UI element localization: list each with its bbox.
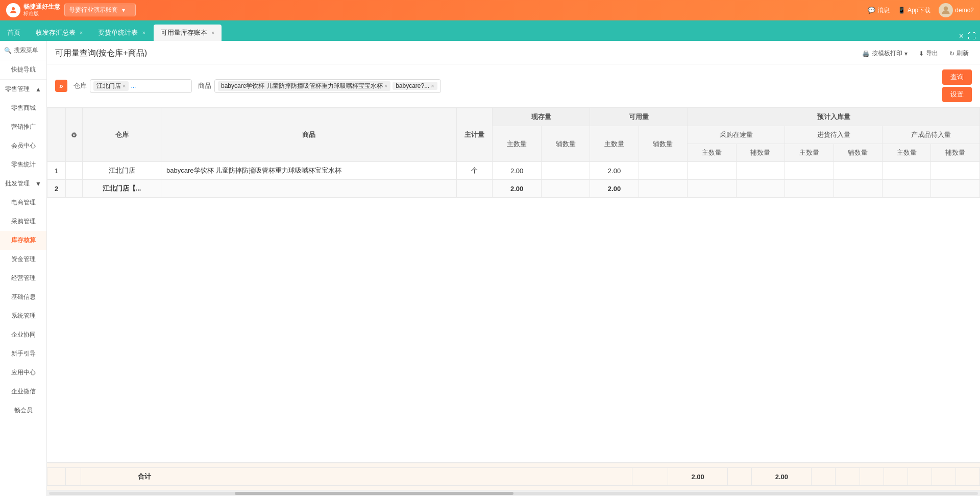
cell-prod-aux-2: [931, 180, 980, 198]
th-planned-inbound: 预计入库量: [688, 108, 980, 126]
th-main-unit: 主计量: [457, 108, 493, 162]
horizontal-scrollbar[interactable]: [47, 490, 980, 496]
th-available: 可用量: [590, 108, 688, 126]
cell-rownum-1: 1: [47, 162, 66, 180]
th-inbound-aux: 辅数量: [834, 144, 882, 162]
close-tab-order[interactable]: ×: [142, 30, 145, 36]
sidebar-item-inventory[interactable]: 库存核算: [0, 231, 46, 250]
close-all-tabs[interactable]: ×: [959, 32, 964, 41]
export-btn[interactable]: ⬇ 导出: [916, 47, 941, 60]
sidebar-item-system[interactable]: 系统管理: [0, 306, 46, 325]
user-avatar-btn[interactable]: demo2: [939, 3, 974, 17]
sidebar-item-appcenter[interactable]: 应用中心: [0, 363, 46, 382]
th-warehouse: 仓库: [83, 108, 161, 162]
cell-prod-main-1: [882, 162, 930, 180]
sidebar: 🔍 搜索菜单 快捷导航 零售管理 ▲ 零售商城 营销推广 会员中心 零售统计 批…: [0, 41, 47, 496]
cell-product-1: babycare学饮杯 儿童防摔防撞吸管杯重力球吸嘴杯宝宝水杯: [161, 162, 457, 180]
sidebar-item-member[interactable]: 会员中心: [0, 136, 46, 155]
th-current-stock: 现存量: [493, 108, 590, 126]
cell-unit-1: 个: [457, 162, 493, 180]
close-tab-receive[interactable]: ×: [80, 30, 83, 36]
sidebar-item-vip[interactable]: 畅会员: [0, 401, 46, 420]
sidebar-item-zero-sales[interactable]: 零售管理 ▲: [0, 80, 46, 99]
th-product-pending: 产成品待入量: [882, 126, 979, 144]
product-tag-2: babycare?... ×: [393, 82, 437, 90]
product-filter-input[interactable]: babycare学饮杯 儿童防摔防撞吸管杯重力球吸嘴杯宝宝水杯 × babyca…: [214, 79, 441, 93]
footer-avail-main: 2.00: [752, 468, 812, 486]
table-row-subtotal: 2 江北门店【... 2.00 2.00: [47, 180, 980, 198]
sidebar-item-wechat[interactable]: 企业微信: [0, 382, 46, 401]
settings-btn[interactable]: 设置: [942, 87, 972, 102]
tab-receive[interactable]: 收发存汇总表 ×: [29, 25, 90, 41]
cell-avail-aux-1: [639, 162, 687, 180]
product-tag-2-close[interactable]: ×: [431, 83, 434, 89]
th-product: 商品: [161, 108, 457, 162]
print-btn[interactable]: 🖨️ 按模板打印 ▾: [859, 47, 911, 60]
cell-stock-aux-1: [541, 162, 590, 180]
footer-label: 合计: [81, 468, 208, 486]
cell-rownum-2: 2: [47, 180, 66, 198]
expand-tabs[interactable]: ⛶: [968, 32, 976, 41]
th-settings[interactable]: ⚙: [66, 108, 83, 162]
refresh-btn[interactable]: ↻ 刷新: [946, 47, 972, 60]
tenant-selector[interactable]: 母婴行业演示账套 ▾: [64, 4, 136, 16]
avatar: [939, 3, 953, 17]
content-area: 可用量查询(按仓库+商品) 🖨️ 按模板打印 ▾ ⬇ 导出 ↻ 刷新: [47, 41, 980, 496]
product-tag-1: babycare学饮杯 儿童防摔防撞吸管杯重力球吸嘴杯宝宝水杯 ×: [218, 81, 390, 91]
th-available-main-qty: 主数量: [590, 126, 639, 162]
export-icon: ⬇: [919, 50, 924, 57]
message-btn[interactable]: 💬 消息: [868, 6, 890, 15]
filter-expand-btn[interactable]: »: [55, 80, 67, 92]
sidebar-quick-nav[interactable]: 快捷导航: [0, 60, 46, 80]
svg-point-1: [944, 7, 948, 11]
sidebar-item-purchase[interactable]: 采购管理: [0, 212, 46, 231]
nav-tabs: 首页 收发存汇总表 × 要货单统计表 × 可用量库存账本 × × ⛶: [0, 20, 980, 41]
sidebar-item-ecom[interactable]: 电商管理: [0, 193, 46, 212]
sidebar-item-zero-stats[interactable]: 零售统计: [0, 155, 46, 174]
cell-stock-aux-2: [541, 180, 590, 198]
tab-order[interactable]: 要货单统计表 ×: [91, 25, 152, 41]
sidebar-item-newbie[interactable]: 新手引导: [0, 344, 46, 363]
cell-inb-aux-2: [834, 180, 882, 198]
th-product-aux: 辅数量: [931, 144, 980, 162]
warehouse-filter-input[interactable]: 江北门店 × ...: [90, 79, 192, 93]
product-tag-1-close[interactable]: ×: [384, 83, 387, 89]
print-dropdown-icon: ▾: [904, 50, 908, 57]
table-footer: 合计 2.00 2.00: [47, 462, 980, 490]
scrollbar-thumb[interactable]: [235, 492, 513, 495]
th-purchase-aux: 辅数量: [736, 144, 785, 162]
cell-prod-aux-1: [931, 162, 980, 180]
cell-warehouse-2: 江北门店【...: [83, 180, 161, 198]
sidebar-item-ops[interactable]: 经营管理: [0, 269, 46, 288]
footer-stock-main: 2.00: [668, 468, 728, 486]
th-purchase-main: 主数量: [688, 144, 736, 162]
cell-pur-aux-2: [736, 180, 785, 198]
sidebar-item-marketing[interactable]: 营销推广: [0, 117, 46, 136]
sidebar-item-wholesale[interactable]: 批发管理 ▼: [0, 174, 46, 193]
sidebar-search[interactable]: 🔍 搜索菜单: [0, 41, 46, 60]
product-filter-group: 商品 babycare学饮杯 儿童防摔防撞吸管杯重力球吸嘴杯宝宝水杯 × bab…: [198, 79, 441, 93]
th-stock-main-qty: 主数量: [493, 126, 541, 162]
warehouse-tag-close[interactable]: ×: [122, 83, 126, 89]
sidebar-item-finance[interactable]: 资金管理: [0, 250, 46, 269]
sidebar-item-enterprise[interactable]: 企业协同: [0, 325, 46, 344]
cell-stock-main-2: 2.00: [493, 180, 541, 198]
nav-tabs-right: × ⛶: [959, 32, 980, 41]
data-table: ⚙ 仓库 商品 主计量 现存量 可用量 预计入库量 主数量 辅数量 主数量 辅数…: [47, 108, 980, 198]
app-download-btn[interactable]: 📱 App下载: [898, 6, 930, 15]
cell-avail-main-1: 2.00: [590, 162, 639, 180]
tab-available[interactable]: 可用量库存账本 ×: [154, 25, 222, 41]
close-tab-available[interactable]: ×: [211, 30, 214, 36]
sidebar-item-base[interactable]: 基础信息: [0, 288, 46, 306]
query-btn[interactable]: 查询: [942, 69, 972, 85]
sidebar-item-zero-mall[interactable]: 零售商城: [0, 99, 46, 117]
th-stock-aux-qty: 辅数量: [541, 126, 590, 162]
settings-gear-icon: ⚙: [71, 131, 77, 139]
cell-prod-main-2: [882, 180, 930, 198]
cell-inb-main-1: [785, 162, 834, 180]
filter-bar: » 仓库 江北门店 × ... 商品 babycare学饮杯 儿童防摔防撞吸管杯…: [47, 64, 980, 108]
tab-home[interactable]: 首页: [0, 25, 28, 41]
logo-text: 畅捷通好生意 标准版: [23, 3, 60, 17]
table-row: 1 江北门店 babycare学饮杯 儿童防摔防撞吸管杯重力球吸嘴杯宝宝水杯 个…: [47, 162, 980, 180]
top-bar-right: 💬 消息 📱 App下载 demo2: [868, 3, 974, 17]
